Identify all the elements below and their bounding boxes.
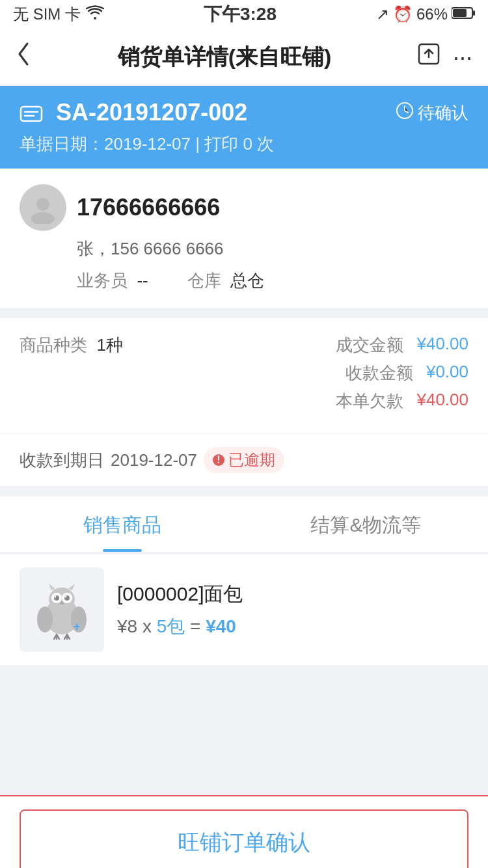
overdue-text: 已逾期 bbox=[228, 450, 275, 470]
divider-1 bbox=[0, 308, 488, 318]
product-name: [0000002]面包 bbox=[117, 581, 468, 608]
wifi-icon bbox=[86, 5, 104, 23]
amounts: 成交金额 ¥40.00 收款金额 ¥0.00 本单欠款 ¥40.00 bbox=[336, 334, 468, 418]
product-item: + [0000002]面包 ¥8 x 5包 = ¥40 bbox=[0, 554, 488, 665]
location-icon: ↗ bbox=[376, 5, 389, 23]
order-number: SA-20191207-002 bbox=[20, 99, 247, 126]
product-types-value: 1种 bbox=[96, 335, 122, 355]
svg-rect-4 bbox=[21, 107, 42, 121]
svg-point-6 bbox=[36, 198, 49, 211]
svg-marker-18 bbox=[68, 584, 75, 590]
qty-text: 5包 bbox=[157, 616, 185, 636]
due-date-label: 收款到期日 bbox=[20, 449, 104, 472]
product-types: 商品种类 1种 bbox=[20, 334, 123, 357]
warehouse-value: 总仓 bbox=[230, 271, 264, 290]
summary-section: 商品种类 1种 成交金额 ¥40.00 收款金额 ¥0.00 本单欠款 ¥40.… bbox=[0, 318, 488, 433]
customer-section: 17666666666 张，156 6666 6666 业务员 -- 仓库 总仓 bbox=[0, 169, 488, 308]
due-section: 收款到期日 2019-12-07 ! 已逾期 bbox=[0, 433, 488, 486]
page-title: 销货单详情(来自旺铺) bbox=[118, 42, 332, 72]
received-amount-row: 收款金额 ¥0.00 bbox=[336, 362, 468, 385]
tab-sales[interactable]: 销售商品 bbox=[0, 496, 244, 552]
svg-text:+: + bbox=[74, 620, 81, 633]
status-left: 无 SIM 卡 bbox=[13, 4, 104, 25]
warehouse-label: 仓库 总仓 bbox=[187, 269, 264, 292]
order-icon bbox=[20, 99, 49, 126]
customer-name: 张，156 6666 6666 bbox=[77, 237, 468, 260]
tabs: 销售商品 结算&物流等 bbox=[0, 496, 488, 553]
price-text: ¥8 x bbox=[117, 616, 157, 636]
svg-point-7 bbox=[31, 212, 55, 224]
owed-amount-row: 本单欠款 ¥40.00 bbox=[336, 390, 468, 413]
product-list: + [0000002]面包 ¥8 x 5包 = ¥40 bbox=[0, 554, 488, 665]
equals-text: = bbox=[190, 616, 206, 636]
back-button[interactable] bbox=[16, 41, 31, 73]
nav-bar: 销货单详情(来自旺铺) ··· bbox=[0, 29, 488, 86]
deal-amount-row: 成交金额 ¥40.00 bbox=[336, 334, 468, 357]
due-date-value: 2019-12-07 bbox=[111, 450, 197, 470]
battery-icon bbox=[452, 5, 475, 23]
alarm-icon: ⏰ bbox=[393, 5, 413, 23]
battery-level: 66% bbox=[416, 5, 448, 23]
product-info: [0000002]面包 ¥8 x 5包 = ¥40 bbox=[117, 581, 468, 639]
svg-point-19 bbox=[37, 606, 53, 632]
svg-rect-2 bbox=[453, 9, 467, 17]
product-image: + bbox=[20, 567, 104, 652]
nav-actions: ··· bbox=[418, 43, 472, 71]
svg-rect-1 bbox=[473, 10, 475, 16]
confirm-button[interactable]: 旺铺订单确认 bbox=[20, 809, 468, 868]
bottom-bar: 旺铺订单确认 bbox=[0, 795, 488, 868]
received-amount-value: ¥0.00 bbox=[426, 362, 468, 385]
customer-phone: 17666666666 bbox=[77, 194, 220, 221]
salesperson-label: 业务员 -- bbox=[77, 269, 148, 292]
svg-marker-17 bbox=[49, 584, 55, 590]
customer-meta: 业务员 -- 仓库 总仓 bbox=[77, 269, 468, 292]
status-time: 下午3:28 bbox=[204, 2, 277, 27]
status-text: 待确认 bbox=[418, 102, 468, 124]
received-amount-label: 收款金额 bbox=[346, 362, 413, 385]
sim-status: 无 SIM 卡 bbox=[13, 4, 81, 25]
deal-amount-label: 成交金额 bbox=[336, 334, 403, 357]
customer-avatar bbox=[20, 184, 66, 231]
order-header: SA-20191207-002 待确认 单据日期：2019-12-07 | 打印… bbox=[0, 86, 488, 169]
status-bar: 无 SIM 卡 下午3:28 ↗ ⏰ 66% bbox=[0, 0, 488, 29]
order-status: 待确认 bbox=[396, 102, 468, 124]
status-right: ↗ ⏰ 66% bbox=[376, 5, 475, 23]
owed-amount-label: 本单欠款 bbox=[336, 390, 403, 413]
svg-point-15 bbox=[65, 596, 67, 598]
order-date: 单据日期：2019-12-07 | 打印 0 次 bbox=[20, 133, 468, 156]
owed-amount-value: ¥40.00 bbox=[416, 390, 468, 413]
more-button[interactable]: ··· bbox=[453, 44, 472, 71]
tab-settlement[interactable]: 结算&物流等 bbox=[244, 496, 488, 552]
deal-amount-value: ¥40.00 bbox=[416, 334, 468, 357]
svg-point-14 bbox=[55, 596, 57, 598]
share-icon[interactable] bbox=[418, 43, 440, 71]
overdue-icon: ! bbox=[213, 454, 224, 466]
salesperson-value: -- bbox=[137, 271, 148, 290]
clock-icon bbox=[396, 102, 414, 124]
overdue-badge: ! 已逾期 bbox=[204, 447, 284, 473]
empty-area bbox=[0, 665, 488, 795]
product-price: ¥8 x 5包 = ¥40 bbox=[117, 614, 468, 639]
total-text: ¥40 bbox=[206, 616, 236, 636]
